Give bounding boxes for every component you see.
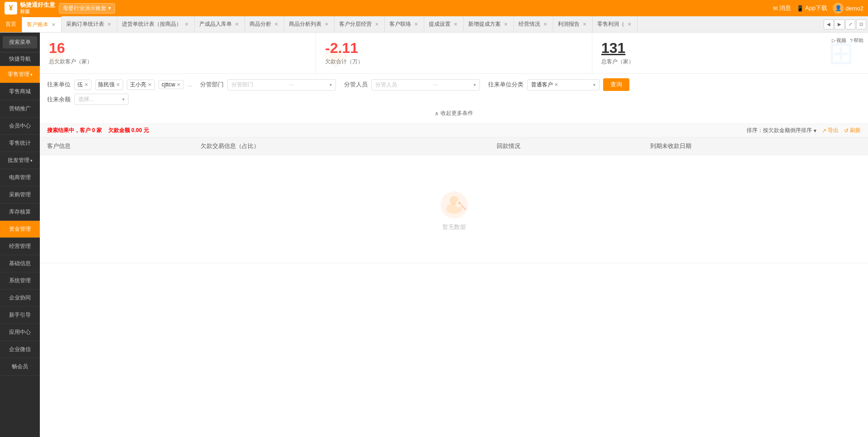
collapse-btn[interactable]: ∧ 收起更多条件 <box>431 108 477 119</box>
sidebar-quick-nav[interactable]: 快捷导航 <box>0 52 40 66</box>
sidebar-item-label: 畅会员 <box>12 363 28 370</box>
sidebar-item-purchase-mgmt[interactable]: 采购管理 <box>0 186 40 204</box>
stat-bg-diamond-icon: ◈ <box>323 34 348 71</box>
tab-customer-ledger[interactable]: 客户账本 ✕ <box>22 16 62 32</box>
balance-filter-label: 往来余额 <box>47 95 71 104</box>
avatar: 👤 <box>833 3 844 14</box>
tag-text: cjttcw <box>162 81 175 88</box>
tag-text: 陈民强 <box>98 81 115 89</box>
sidebar-item-member-center[interactable]: 会员中心 <box>0 118 40 135</box>
close-icon[interactable]: ✕ <box>273 21 279 27</box>
balance-select[interactable]: 选择... ▾ <box>74 94 129 105</box>
message-btn[interactable]: ✉ 消息 <box>773 4 791 12</box>
tab-restore-btn[interactable]: ⊡ <box>856 19 866 29</box>
result-prefix: 搜索结果中，客户 <box>47 127 91 133</box>
balance-placeholder: 选择... <box>78 95 94 103</box>
sidebar-item-ecommerce-mgmt[interactable]: 电商管理 <box>0 169 40 186</box>
close-icon[interactable]: ✕ <box>626 21 633 27</box>
sidebar-item-newbie-guide[interactable]: 新手引导 <box>0 307 40 324</box>
sidebar-item-member-vip[interactable]: 畅会员 <box>0 358 40 375</box>
col-customer-info: 客户信息 <box>40 138 193 155</box>
close-icon[interactable]: ✕ <box>581 21 588 27</box>
sidebar-item-retail-mgmt[interactable]: 零售管理 ▾ <box>0 66 40 83</box>
stat-help-area: ▷ 视频 ? 帮助 <box>832 37 863 44</box>
sidebar-item-label: 零售管理 <box>8 71 29 78</box>
sidebar-search-button[interactable]: 搜索菜单 <box>3 36 37 48</box>
tab-retail-profit[interactable]: 零售利润（ ✕ <box>593 16 638 32</box>
close-icon[interactable]: ✕ <box>452 21 459 27</box>
close-icon[interactable]: ✕ <box>374 21 380 27</box>
tab-maximize-btn[interactable]: ⤢ <box>845 19 855 29</box>
tab-reminder-settings[interactable]: 提成设置 ✕ <box>424 16 464 32</box>
close-icon[interactable]: ✕ <box>50 22 57 28</box>
tab-customer-contact[interactable]: 客户联络 ✕ <box>385 16 424 32</box>
dept-select[interactable]: 分管部门 ··· ▾ <box>227 79 336 90</box>
tab-commodity-analysis[interactable]: 商品分析 ✕ <box>245 16 284 32</box>
tab-operations[interactable]: 经营情况 ✕ <box>514 16 553 32</box>
empty-text: 暂无数据 <box>442 223 466 231</box>
help-btn[interactable]: ? 帮助 <box>850 37 863 44</box>
tab-new-achievement[interactable]: 新增提成方案 ✕ <box>464 16 514 32</box>
person-select[interactable]: 分管人员 ··· ▾ <box>371 79 480 90</box>
tab-commodity-analysis-list[interactable]: 商品分析列表 ✕ <box>284 16 335 32</box>
stats-row: ¥ 16 总欠款客户（家） ◈ -2.11 欠款合计（万） ⊞ 131 总客户（… <box>40 33 868 74</box>
sidebar-item-retail-stats[interactable]: 零售统计 <box>0 135 40 152</box>
tab-home[interactable]: 首页 <box>0 16 22 32</box>
unit-category-select[interactable]: 普通客户 ✕ ▾ <box>527 79 599 90</box>
remove-tag-wang[interactable]: ✕ <box>148 82 152 88</box>
filter-tag-chen: 陈民强 ✕ <box>95 80 123 90</box>
tab-production-inbound[interactable]: 产成品入库单 ✕ <box>195 16 245 32</box>
dept-filter-label: 分管部门 <box>200 81 224 89</box>
unit-filter-label: 往来单位 <box>47 81 71 89</box>
tab-customer-segmentation[interactable]: 客户分层经营 ✕ <box>335 16 385 32</box>
demo-selector[interactable]: 母婴行业演示账套 ▾ <box>59 3 115 14</box>
app-download-btn[interactable]: 📱 App下载 <box>796 4 827 12</box>
sort-button[interactable]: 排序：按欠款金额倒序排序 ▾ <box>747 127 816 134</box>
refresh-button[interactable]: ↺ 刷新 <box>844 127 861 134</box>
tab-label: 产成品入库单 <box>199 20 232 28</box>
tab-label: 客户联络 <box>389 20 411 28</box>
sidebar-item-capital-mgmt[interactable]: 资金管理 <box>0 221 40 238</box>
sidebar-item-app-center[interactable]: 应用中心 <box>0 324 40 341</box>
close-icon[interactable]: ✕ <box>106 21 112 27</box>
close-icon[interactable]: ✕ <box>413 21 419 27</box>
tab-label: 客户分层经营 <box>339 20 372 28</box>
query-button[interactable]: 查询 <box>603 78 629 91</box>
remove-tag-wu[interactable]: ✕ <box>84 82 88 88</box>
remove-tag-normal[interactable]: ✕ <box>554 82 558 88</box>
person-filter-label: 分管人员 <box>344 81 368 89</box>
sidebar-item-enterprise-collab[interactable]: 企业协同 <box>0 290 40 307</box>
sidebar-item-inventory-check[interactable]: 库存核算 <box>0 204 40 221</box>
export-button[interactable]: ↗ 导出 <box>822 127 839 134</box>
close-icon[interactable]: ✕ <box>503 21 509 27</box>
video-btn[interactable]: ▷ 视频 <box>832 37 846 44</box>
tab-purchase-order[interactable]: 采购订单统计表 ✕ <box>62 16 117 32</box>
filter-more-tags[interactable]: ... <box>187 81 192 88</box>
close-icon[interactable]: ✕ <box>323 21 330 27</box>
user-avatar[interactable]: 👤 demo2 <box>833 3 863 14</box>
filter-row-1: 往来单位 伍 ✕ 陈民强 ✕ 王小亮 ✕ cjttcw ✕ ... <box>47 78 861 91</box>
sidebar-item-basic-info[interactable]: 基础信息 <box>0 255 40 272</box>
remove-tag-cjttcw[interactable]: ✕ <box>177 82 181 88</box>
sidebar-item-system-mgmt[interactable]: 系统管理 <box>0 272 40 290</box>
svg-point-4 <box>458 202 461 204</box>
close-icon[interactable]: ✕ <box>234 21 240 27</box>
data-table: 客户信息 欠款交易信息（占比） 回款情况 到期未收款日期 <box>40 138 868 263</box>
sidebar-item-retail-mall[interactable]: 零售商城 <box>0 83 40 100</box>
close-icon[interactable]: ✕ <box>542 21 548 27</box>
tab-profit-report[interactable]: 利润报告 ✕ <box>553 16 593 32</box>
home-tab-label: 首页 <box>5 20 16 28</box>
close-icon[interactable]: ✕ <box>183 21 190 27</box>
sidebar-item-marketing[interactable]: 营销推广 <box>0 100 40 118</box>
col-debt-info: 欠款交易信息（占比） <box>193 138 489 155</box>
sidebar-item-wholesale-mgmt[interactable]: 批发管理 ▾ <box>0 152 40 169</box>
sidebar-item-label: 新手引导 <box>9 312 31 318</box>
sidebar-item-label: 系统管理 <box>9 277 31 284</box>
tab-inbound-stats[interactable]: 进货单统计表（按商品） ✕ <box>117 16 195 32</box>
sidebar-item-operations-mgmt[interactable]: 经营管理 <box>0 238 40 255</box>
tab-scroll-left-btn[interactable]: ◀ <box>824 19 834 29</box>
sidebar-item-enterprise-wechat[interactable]: 企业微信 <box>0 341 40 358</box>
sidebar-item-label: 批发管理 <box>8 157 29 164</box>
remove-tag-chen[interactable]: ✕ <box>116 82 120 88</box>
tab-scroll-right-btn[interactable]: ▶ <box>834 19 844 29</box>
